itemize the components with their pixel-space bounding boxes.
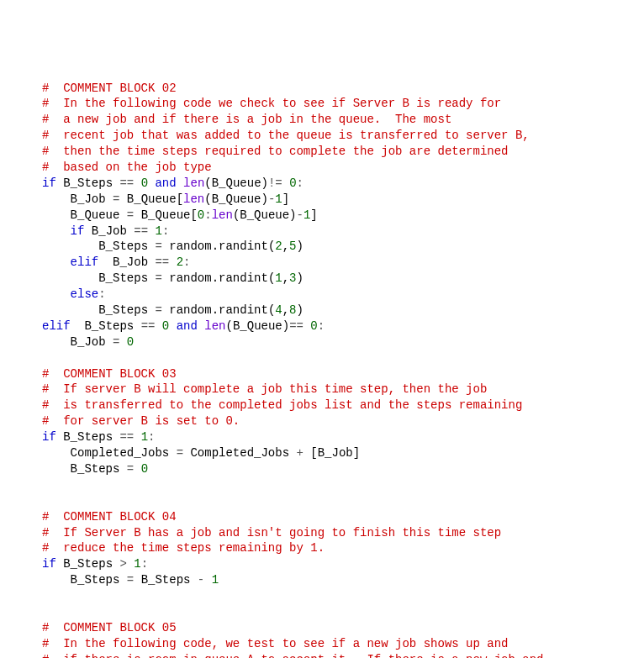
comment-line: # In the following code we check to see … xyxy=(42,97,501,110)
builtin-len: len xyxy=(204,319,225,333)
identifier: ) xyxy=(297,240,304,253)
comment-line: # based on the job type xyxy=(42,161,212,174)
number: 1 xyxy=(275,271,282,285)
identifier: B_Steps xyxy=(63,430,113,444)
identifier: B_Queue xyxy=(240,208,289,222)
number: 2 xyxy=(177,255,183,269)
identifier: random.randint xyxy=(169,303,268,317)
keyword-if: if xyxy=(42,430,56,444)
identifier: B_Steps xyxy=(98,240,148,253)
builtin-len: len xyxy=(212,208,233,222)
number: 1 xyxy=(134,557,140,571)
identifier: B_Steps xyxy=(63,557,113,571)
identifier: ( xyxy=(204,176,211,190)
number: 0 xyxy=(141,462,148,476)
identifier: ] xyxy=(282,192,289,206)
number: 1 xyxy=(155,224,161,238)
identifier: B_Steps xyxy=(63,176,113,190)
operator: = xyxy=(148,240,169,253)
comment-line: # is transferred to the completed jobs l… xyxy=(42,398,522,412)
number: 3 xyxy=(289,271,296,285)
operator: = xyxy=(119,573,140,587)
comment-line: # COMMENT BLOCK 04 xyxy=(42,510,177,524)
keyword-if: if xyxy=(71,224,85,238)
keyword-and: and xyxy=(177,319,198,333)
identifier: B_Steps xyxy=(98,271,148,285)
number: 0 xyxy=(127,335,134,349)
operator: = xyxy=(119,462,140,476)
operator: = xyxy=(148,303,169,317)
identifier: [ xyxy=(310,446,317,460)
number: 0 xyxy=(310,319,317,333)
identifier: Completed_Jobs xyxy=(190,446,289,460)
comment-line: # a new job and if there is a job in the… xyxy=(42,113,451,126)
number: 8 xyxy=(289,303,296,317)
operator: : xyxy=(204,208,211,222)
builtin-len: len xyxy=(183,176,204,190)
operator: - xyxy=(297,208,304,222)
operator: : xyxy=(141,557,148,571)
identifier: ) xyxy=(289,208,296,222)
identifier: ( xyxy=(204,192,211,206)
operator: != xyxy=(268,176,282,190)
number: 1 xyxy=(212,573,219,587)
identifier: B_Job xyxy=(318,446,353,460)
builtin-len: len xyxy=(183,192,204,206)
identifier: ) xyxy=(261,176,268,190)
identifier: random.randint xyxy=(169,240,268,253)
number: 2 xyxy=(275,240,282,253)
operator: = xyxy=(148,271,169,285)
identifier: B_Queue xyxy=(233,319,282,333)
operator: - xyxy=(198,573,204,587)
comment-line: # reduce the time steps remaining by 1. xyxy=(42,541,325,555)
operator: = xyxy=(119,208,140,222)
operator: : xyxy=(98,287,105,301)
operator: : xyxy=(297,176,304,190)
identifier: B_Steps xyxy=(141,573,191,587)
identifier: B_Job xyxy=(92,224,127,238)
identifier: B_Queue xyxy=(212,176,261,190)
number: 0 xyxy=(289,176,296,190)
keyword-and: and xyxy=(155,176,176,190)
comment-line: # then the time steps required to comple… xyxy=(42,145,509,158)
identifier: B_Queue xyxy=(141,208,191,222)
operator: : xyxy=(183,255,190,269)
operator: == xyxy=(119,176,134,190)
comment-line: # If server B will complete a job this t… xyxy=(42,382,487,396)
identifier: , xyxy=(282,303,289,317)
identifier: ( xyxy=(226,319,233,333)
identifier: ] xyxy=(310,208,317,222)
identifier: , xyxy=(282,271,289,285)
operator: > xyxy=(119,557,126,571)
operator: == xyxy=(119,430,134,444)
identifier: ] xyxy=(353,446,360,460)
operator: = xyxy=(106,192,127,206)
identifier: ) xyxy=(297,303,304,317)
number: 1 xyxy=(275,192,282,206)
identifier: Completed_Jobs xyxy=(71,446,170,460)
identifier: ) xyxy=(297,271,304,285)
operator: == xyxy=(155,255,169,269)
keyword-elif: elif xyxy=(71,255,99,269)
identifier: B_Steps xyxy=(98,303,148,317)
comment-line: # COMMENT BLOCK 03 xyxy=(42,367,177,381)
operator: == xyxy=(141,319,156,333)
comment-line: # If Server B has a job and isn't going … xyxy=(42,526,501,540)
identifier: [ xyxy=(177,192,183,206)
identifier: B_Steps xyxy=(71,462,120,476)
comment-line: # if there is room in queue A to accept … xyxy=(42,653,544,658)
comment-line: # for server B is set to 0. xyxy=(42,414,240,428)
code-block: # COMMENT BLOCK 02 # In the following co… xyxy=(42,81,644,658)
keyword-else: else xyxy=(71,287,99,301)
identifier: random.randint xyxy=(169,271,268,285)
identifier: B_Job xyxy=(113,255,148,269)
keyword-if: if xyxy=(42,557,56,571)
identifier: B_Queue xyxy=(71,208,120,222)
number: 0 xyxy=(162,319,169,333)
identifier: B_Queue xyxy=(127,192,177,206)
number: 0 xyxy=(141,176,148,190)
identifier: [ xyxy=(190,208,197,222)
identifier: ) xyxy=(282,319,289,333)
operator: : xyxy=(148,430,155,444)
operator: == xyxy=(134,224,148,238)
